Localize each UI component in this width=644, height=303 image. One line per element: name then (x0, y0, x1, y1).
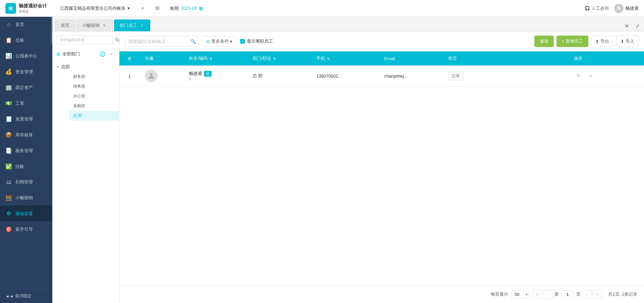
sidebar-item-reports[interactable]: 📊 云报表中心 (0, 48, 52, 64)
search-input[interactable] (125, 37, 188, 46)
sidebar-item-home[interactable]: ⌂ 首页 (0, 17, 52, 32)
add-tab-button[interactable]: ＋ (138, 4, 147, 13)
next-page-button[interactable]: › (582, 290, 591, 299)
dept-search-area: 🔍 (52, 36, 119, 48)
sidebar-item-inventory[interactable]: 📦 库存核算 (0, 127, 52, 143)
dept-search-input[interactable] (56, 36, 113, 44)
employee-tag: 部 (204, 71, 212, 77)
home-icon: ⌂ (5, 21, 12, 28)
tab-home[interactable]: 首页 (55, 19, 75, 31)
filter-button[interactable]: ⊟ 更多条件 ▾ (202, 36, 237, 47)
col-name-code[interactable]: 姓名/编码 ⇅ (183, 51, 247, 66)
sidebar-item-guide[interactable]: 🎯 新手引导 (0, 221, 52, 237)
page-label: 第 (554, 291, 559, 297)
dept-search-icon[interactable]: 🔍 (115, 37, 119, 43)
company-selector[interactable]: 江西服宝精品有限责任公司内账张 ▾ (57, 4, 132, 13)
show-resigned-checkbox-label[interactable]: ✓ 显示离职员工 (240, 38, 273, 44)
dept-child-office[interactable]: 办公室 (69, 91, 119, 101)
service-button[interactable]: 🎧 人工咨询 (585, 5, 609, 11)
dept-child-finance[interactable]: 财务部 (69, 72, 119, 82)
dept-tree: ▼ 总部 财务部 销售部 办公室 采购 (52, 60, 119, 122)
sidebar-unpin-button[interactable]: ◄◄ 取消固定 (0, 289, 52, 303)
sidebar-item-fixed-assets[interactable]: 🏢 固定资产 (0, 80, 52, 95)
sidebar-label-inventory: 库存核算 (15, 132, 33, 138)
service-label: 人工咨询 (591, 5, 609, 11)
user-area[interactable]: 畅 畅捷通 (614, 4, 639, 13)
sidebar-item-salary[interactable]: 💵 工资 (0, 95, 52, 111)
dept-group-root[interactable]: ▼ 总部 (52, 62, 119, 72)
dept-child-procurement[interactable]: 采购部 (69, 101, 119, 111)
finance-icon: 💰 (5, 69, 12, 75)
tab-xiaochang-close[interactable]: × (102, 23, 107, 28)
employee-code: 0 (189, 77, 242, 81)
tab-dept-close[interactable]: × (139, 23, 145, 28)
page-size-select-wrap: 10 20 50 100 (512, 290, 530, 299)
invite-button[interactable]: 邀请 (534, 36, 554, 47)
sidebar-item-archive[interactable]: 🗂 归档管理 (0, 174, 52, 190)
accounting-period[interactable]: 账期 2023-03 ▦ (170, 5, 203, 11)
current-page-input[interactable] (561, 291, 574, 298)
row-actions-cell: ✎ ⎋ (569, 66, 644, 87)
tab-xiaochang[interactable]: 小畅报销 × (76, 19, 113, 31)
col-dept-position[interactable]: 部门/职位 ⇅ (247, 51, 311, 66)
page-size-select[interactable]: 10 20 50 100 (512, 290, 530, 299)
first-page-button[interactable]: ⟨⟨ (533, 290, 542, 299)
dept-child-sales[interactable]: 销售部 (69, 82, 119, 91)
col-settings[interactable]: ⚙ (119, 51, 140, 66)
tab-actions: ✕ ⤢ (623, 22, 641, 31)
tab-dept-employee[interactable]: 部门员工 × (114, 19, 150, 31)
archive-icon: 🗂 (5, 179, 12, 185)
sidebar-item-settings[interactable]: ⚙ 基础设置 (0, 206, 52, 221)
search-icon: 🔍 (191, 39, 196, 44)
edit-employee-button[interactable]: ✎ (574, 71, 583, 81)
col-phone[interactable]: 手机 ⇅ (311, 51, 379, 66)
row-index: 1 (119, 66, 140, 87)
expand-window-button[interactable]: ⤢ (633, 22, 641, 30)
settings-button[interactable]: ⚙ (153, 4, 162, 13)
sidebar-item-tax[interactable]: 📑 税务管理 (0, 143, 52, 159)
sidebar-item-xiaochang[interactable]: 🧮 小畅报销 (0, 190, 52, 206)
company-name: 江西服宝精品有限责任公司内账张 (60, 5, 125, 11)
dept-header-actions: « (99, 50, 115, 58)
employee-email: chanjethkj... (384, 74, 408, 79)
row-phone-cell: 138070602... (311, 66, 379, 87)
sidebar-label-fixed-assets: 固定资产 (15, 85, 33, 91)
prev-page-button[interactable]: ‹ (544, 290, 553, 299)
dept-collapse-button[interactable]: « (108, 50, 115, 58)
sidebar-item-general-ledger[interactable]: 📋 总账 (0, 32, 52, 48)
show-resigned-checkbox[interactable]: ✓ (240, 39, 245, 44)
dept-edit-button[interactable] (99, 50, 106, 58)
status-badge: 正常 (448, 72, 464, 80)
total-info: 共1页, 1条记录 (608, 291, 637, 297)
close-window-button[interactable]: ✕ (623, 22, 631, 30)
page-number-area: 第 页 (554, 291, 581, 298)
employee-dept: 总 部 (253, 73, 263, 78)
employee-name-area: 畅捷通 部 (189, 71, 242, 77)
add-icon: ＋ (140, 5, 145, 12)
sidebar-item-closing[interactable]: ✅ 结账 (0, 159, 52, 174)
col-status: 状态 (443, 51, 569, 66)
search-button[interactable]: 🔍 (188, 36, 198, 46)
dept-all-label: 全部部门 (62, 51, 80, 57)
unpin-icon: ◄◄ (5, 294, 13, 299)
last-page-button[interactable]: ⟩⟩ (593, 290, 602, 299)
add-employee-button[interactable]: + 新增员工 (556, 36, 588, 47)
logout-employee-button[interactable]: ⎋ (586, 71, 595, 81)
sidebar-item-invoices[interactable]: 🧾 发票管理 (0, 111, 52, 127)
logout-icon: ⎋ (589, 73, 592, 79)
export-button[interactable]: ⬆ 导出 (591, 36, 613, 47)
dept-all-header[interactable]: ⊞ 全部部门 « (52, 48, 119, 60)
sidebar-label-finance: 资金管理 (15, 69, 33, 75)
row-name-code-cell: 畅捷通 部 0 (183, 66, 247, 87)
import-button[interactable]: ⬇ 导入 (616, 36, 639, 47)
employee-table: ⚙ 头像 姓名/编码 ⇅ 部门/职位 (119, 51, 644, 87)
employee-phone: 138070602... (316, 74, 342, 79)
dept-expand-icon: ▼ (56, 65, 60, 69)
main-layout: ⌂ 首页 📋 总账 📊 云报表中心 💰 资金管理 🏢 固定资产 💵 工资 🧾 发… (0, 17, 644, 303)
logo-icon: 会 (5, 3, 16, 14)
dept-child-general[interactable]: 总 部 (69, 111, 119, 121)
sidebar-item-finance[interactable]: 💰 资金管理 (0, 64, 52, 80)
person-icon (147, 72, 155, 80)
sidebar-label-xiaochang: 小畅报销 (15, 195, 33, 201)
employee-area: 🔍 ⊟ 更多条件 ▾ ✓ 显示离职员工 邀请 (119, 32, 644, 303)
